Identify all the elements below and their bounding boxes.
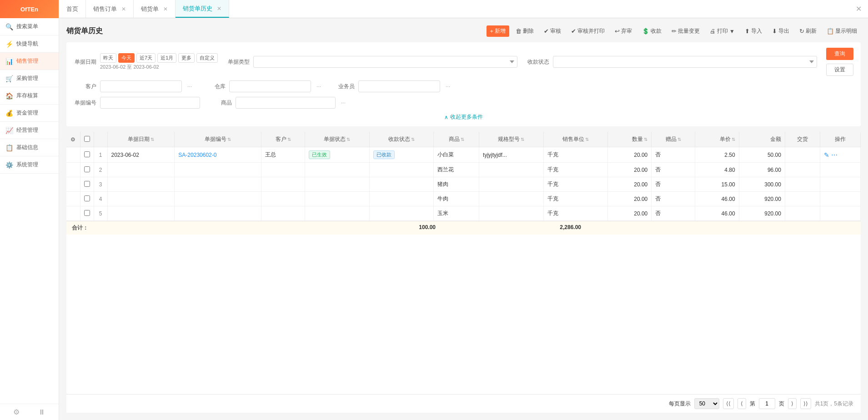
select-all-checkbox[interactable] [84,136,90,142]
show-detail-button[interactable]: 📋 显示明细 [823,25,861,37]
sidebar-item-quick-nav[interactable]: ⚡ 快捷导航 [0,35,59,53]
sidebar-label-basic-info: 基础信息 [16,144,38,151]
sidebar-item-search-menu[interactable]: 🔍 搜索菜单 [0,18,59,35]
col-num [94,132,107,147]
more-action-icon[interactable]: ⋯ [831,151,838,159]
pay-status-select[interactable] [553,56,817,68]
col-doc-no[interactable]: 单据编号 ⇅ [175,132,261,147]
row-checkbox[interactable] [84,151,90,157]
staff-input[interactable] [358,80,440,92]
query-set-group: 查询 设置 [826,48,853,76]
sidebar-item-basic-info[interactable]: 📋 基础信息 [0,139,59,156]
row-amount: 920.00 [739,192,785,206]
new-button[interactable]: + 新增 [487,25,510,37]
page-input[interactable] [759,398,775,409]
col-goods[interactable]: 商品 ⇅ [434,132,479,147]
col-settings[interactable]: ⚙ [66,132,80,147]
finance-icon: 💰 [5,110,13,117]
row-doc-no [175,206,261,221]
date-btn-custom[interactable]: 自定义 [196,53,218,63]
doc-type-select[interactable] [253,56,517,68]
page-size-select[interactable]: 50 20 100 [694,398,719,409]
row-checkbox[interactable] [84,195,90,201]
sidebar-item-sales-mgmt[interactable]: 📊 销售管理 [0,53,59,70]
export-button[interactable]: ⬇ 导出 [768,25,793,37]
sidebar-item-operations[interactable]: 📈 经营管理 [0,122,59,139]
sidebar-item-sys-mgmt[interactable]: ⚙️ 系统管理 [0,156,59,174]
delete-button[interactable]: 🗑 删除 [512,25,537,37]
sidebar-label-sales-mgmt: 销售管理 [16,57,38,65]
col-doc-status[interactable]: 单据状态 ⇅ [305,132,369,147]
col-price[interactable]: 单价 ⇅ [695,132,739,147]
page-first-btn[interactable]: ⟨⟨ [723,398,734,409]
row-gift: 否 [652,147,695,163]
query-button[interactable]: 查询 [826,48,853,60]
tab-sales-history[interactable]: 销货单历史 ✕ [176,0,229,18]
warehouse-input[interactable] [229,80,311,92]
collapse-button[interactable]: ∧ 收起更多条件 [74,113,853,121]
customer-sort-icon: ⇅ [287,137,291,142]
date-btn-1month[interactable]: 近1月 [157,53,176,63]
print-button[interactable]: 🖨 打印 ▼ [706,25,738,37]
row-spec [479,177,543,192]
row-pay-status [369,177,433,192]
sidebar-item-purchase-mgmt[interactable]: 🛒 采购管理 [0,70,59,87]
filter-area: 单据日期 昨天 今天 近7天 近1月 更多 自定义 2023-06-02 至 2… [66,42,861,126]
date-btn-more[interactable]: 更多 [178,53,195,63]
row-settings [66,163,80,177]
collect-button[interactable]: 💲 收款 [638,25,665,37]
col-date[interactable]: 单据日期 ⇅ [107,132,175,147]
new-icon: + [490,28,494,35]
discard-button[interactable]: ↩ 弃审 [611,25,636,37]
row-price: 4.80 [695,163,739,177]
tab-sales-history-close[interactable]: ✕ [217,5,221,12]
tab-sales-order-close[interactable]: ✕ [121,6,126,12]
col-spec[interactable]: 规格型号 ⇅ [479,132,543,147]
audit-button[interactable]: ✔ 审核 [540,25,565,37]
col-unit[interactable]: 销售单位 ⇅ [543,132,607,147]
row-goods: 小白菜 [434,147,479,163]
row-checkbox[interactable] [84,210,90,216]
tab-sales-order[interactable]: 销售订单 ✕ [86,0,134,18]
customer-ellipsis-btn[interactable]: ··· [186,83,194,90]
refresh-button[interactable]: ↻ 刷新 [796,25,820,37]
sidebar-settings-btn[interactable]: ⚙ [13,408,20,416]
goods-input[interactable] [236,97,336,109]
row-trade [785,192,820,206]
warehouse-ellipsis-btn[interactable]: ··· [315,83,323,90]
col-amount: 金额 [739,132,785,147]
date-btn-7days[interactable]: 近7天 [136,53,156,63]
date-btn-yesterday[interactable]: 昨天 [100,53,116,63]
goods-ellipsis-btn[interactable]: ··· [339,100,347,106]
edit-action-icon[interactable]: ✎ [824,151,829,159]
col-gift[interactable]: 赠品 ⇅ [652,132,695,147]
batch-change-button[interactable]: ✏ 批量变更 [668,25,703,37]
filter-warehouse-label: 仓库 [203,83,226,90]
date-btn-today[interactable]: 今天 [118,53,135,63]
tab-sales-goods-close[interactable]: ✕ [163,6,168,12]
col-pay-status[interactable]: 收款状态 ⇅ [369,132,433,147]
doc-no-link[interactable]: SA-20230602-0 [178,152,216,158]
staff-ellipsis-btn[interactable]: ··· [444,83,452,90]
sidebar-item-inventory[interactable]: 🏠 库存核算 [0,87,59,105]
page-prev-btn[interactable]: ⟨ [738,398,746,409]
window-close-btn[interactable]: ✕ [849,0,868,18]
row-checkbox[interactable] [84,181,90,187]
tab-bar: 首页 销售订单 ✕ 销货单 ✕ 销货单历史 ✕ ✕ [59,0,868,18]
sidebar-item-finance[interactable]: 💰 资金管理 [0,105,59,122]
customer-input[interactable] [100,80,182,92]
set-button[interactable]: 设置 [826,64,853,76]
tab-sales-goods[interactable]: 销货单 ✕ [134,0,176,18]
toolbar: + 新增 🗑 删除 ✔ 审核 ✔ 审核并打印 ↩ 弃审 [487,25,861,37]
audit-print-button[interactable]: ✔ 审核并打印 [567,25,608,37]
row-checkbox[interactable] [84,166,90,172]
page-next-btn[interactable]: ⟩ [788,398,797,409]
tab-home[interactable]: 首页 [59,0,86,18]
sidebar-collapse-btn[interactable]: ⏸ [38,408,45,416]
col-customer[interactable]: 客户 ⇅ [261,132,305,147]
col-qty[interactable]: 数量 ⇅ [608,132,652,147]
import-button[interactable]: ⬆ 导入 [741,25,766,37]
page-last-btn[interactable]: ⟩⟩ [800,398,811,409]
doc-number-input[interactable] [100,97,200,109]
row-checkbox-cell [80,206,94,221]
